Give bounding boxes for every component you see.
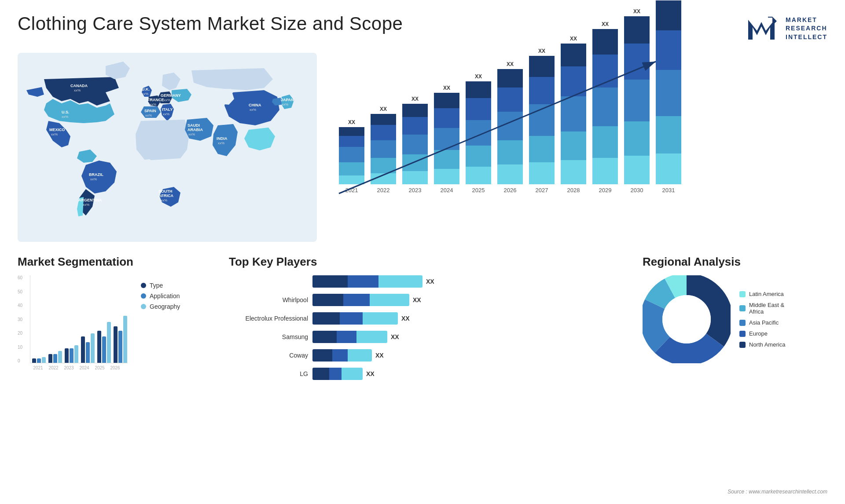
map-label-spain: SPAIN bbox=[144, 109, 156, 113]
players-chart: XX Whirlpool XX Electrolux Professional bbox=[229, 275, 634, 380]
top-content: CANADA xx% U.S. xx% MEXICO xx% BRAZIL xx… bbox=[0, 48, 845, 242]
legend-europe: Europe bbox=[739, 330, 785, 337]
donut-container: Latin America Middle East &Africa Asia P… bbox=[643, 275, 827, 363]
svg-marker-1 bbox=[768, 17, 777, 26]
bar-2030: XX 2030 bbox=[624, 8, 650, 194]
map-pct-us: xx% bbox=[62, 115, 68, 119]
segmentation-title: Market Segmentation bbox=[18, 255, 202, 269]
source-text: Source : www.marketresearchintellect.com bbox=[727, 487, 827, 495]
legend-type: Type bbox=[141, 282, 180, 289]
map-label-mexico: MEXICO bbox=[49, 128, 65, 132]
regional-section: Regional Analysis bbox=[643, 255, 827, 386]
segmentation-section: Market Segmentation 60 50 40 30 20 10 0 bbox=[18, 255, 202, 386]
legend-dot-type bbox=[141, 283, 146, 288]
page-title: Clothing Care System Market Size and Sco… bbox=[18, 13, 403, 34]
player-row-coway: Coway XX bbox=[229, 349, 634, 362]
player-row-electrolux: Electrolux Professional XX bbox=[229, 312, 634, 325]
bar-2027: XX 2027 bbox=[529, 48, 555, 194]
bar-2024: XX 2024 bbox=[434, 85, 459, 194]
player-row-samsung: Samsung XX bbox=[229, 331, 634, 343]
map-label-india: INDIA bbox=[217, 136, 228, 141]
legend-north-america: North America bbox=[739, 341, 785, 348]
map-pct-india: xx% bbox=[218, 141, 224, 145]
key-players-title: Top Key Players bbox=[229, 255, 634, 269]
seg-bar-2023 bbox=[65, 345, 78, 363]
map-label-uk: U.K. bbox=[142, 87, 150, 91]
logo-line1: MARKET bbox=[786, 16, 817, 25]
player-row-whirlpool: Whirlpool XX bbox=[229, 294, 634, 306]
bar-2021: XX 2021 bbox=[339, 119, 364, 194]
logo-line2: RESEARCH bbox=[786, 24, 827, 33]
map-pct-germany: xx% bbox=[164, 98, 170, 102]
seg-bar-2025 bbox=[97, 322, 111, 363]
bars-container: XX 2021 XX bbox=[334, 53, 827, 194]
donut-legend: Latin America Middle East &Africa Asia P… bbox=[739, 291, 785, 348]
seg-bar-2021 bbox=[32, 357, 46, 363]
map-pct-canada: xx% bbox=[74, 88, 81, 92]
map-pct-france: xx% bbox=[150, 102, 156, 106]
bar-2023: XX 2023 bbox=[402, 96, 428, 194]
seg-bar-2024 bbox=[81, 333, 95, 363]
map-pct-china: xx% bbox=[250, 108, 256, 112]
page-header: Clothing Care System Market Size and Sco… bbox=[0, 0, 845, 48]
map-pct-spain: xx% bbox=[145, 113, 152, 117]
seg-bar-2022 bbox=[48, 351, 62, 363]
bar-chart-section: XX 2021 XX bbox=[326, 53, 827, 242]
logo-text: MARKET RESEARCH INTELLECT bbox=[786, 16, 827, 42]
bar-2022: XX 2022 bbox=[371, 106, 396, 194]
map-label-saudi: SAUDI bbox=[187, 123, 200, 128]
seg-legend: Type Application Geography bbox=[136, 282, 180, 314]
legend-application: Application bbox=[141, 292, 180, 299]
player-row-lg: LG XX bbox=[229, 368, 634, 380]
donut-chart bbox=[643, 275, 731, 363]
legend-asia-pacific: Asia Pacific bbox=[739, 319, 785, 326]
bar-2029: XX 2029 bbox=[592, 21, 618, 194]
map-label-france: FRANCE bbox=[147, 98, 164, 102]
logo-line3: INTELLECT bbox=[786, 33, 827, 42]
player-row-1: XX bbox=[229, 275, 634, 288]
map-label-china: CHINA bbox=[249, 103, 261, 107]
svg-point-10 bbox=[662, 295, 711, 343]
map-pct-italy: xx% bbox=[163, 112, 169, 116]
map-pct-brazil: xx% bbox=[90, 177, 97, 181]
legend-dot-geography bbox=[141, 304, 146, 309]
map-label-japan: JAPAN bbox=[281, 98, 294, 102]
bottom-content: Market Segmentation 60 50 40 30 20 10 0 bbox=[0, 246, 845, 386]
map-label-brazil: BRAZIL bbox=[89, 172, 103, 177]
legend-dot-application bbox=[141, 293, 146, 299]
regional-title: Regional Analysis bbox=[643, 255, 827, 269]
map-pct-mexico: xx% bbox=[51, 132, 58, 136]
world-map-section: CANADA xx% U.S. xx% MEXICO xx% BRAZIL xx… bbox=[18, 53, 317, 242]
logo-container: MARKET RESEARCH INTELLECT bbox=[746, 13, 827, 44]
map-label-italy: ITALY bbox=[162, 107, 173, 112]
legend-geography: Geography bbox=[141, 303, 180, 310]
legend-middle-east-africa: Middle East &Africa bbox=[739, 302, 785, 315]
bar-2025: XX 2025 bbox=[466, 73, 491, 194]
map-pct-uk: xx% bbox=[142, 92, 148, 96]
map-label-germany: GERMANY bbox=[161, 93, 181, 98]
map-pct-sa: xx% bbox=[161, 198, 167, 202]
map-label-sa2: AFRICA bbox=[158, 194, 173, 198]
bar-2028: XX 2028 bbox=[561, 36, 586, 194]
map-label-us: U.S. bbox=[62, 110, 70, 114]
logo-icon bbox=[746, 13, 777, 44]
map-pct-japan: xx% bbox=[282, 102, 288, 106]
world-map-svg: CANADA xx% U.S. xx% MEXICO xx% BRAZIL xx… bbox=[18, 53, 317, 242]
bar-2026: XX 2026 bbox=[497, 61, 523, 194]
map-label-saudi2: ARABIA bbox=[187, 128, 203, 132]
map-label-argentina: ARGENTINA bbox=[78, 198, 102, 202]
map-label-canada: CANADA bbox=[70, 84, 88, 88]
map-pct-saudi: xx% bbox=[188, 132, 195, 136]
map-pct-argentina: xx% bbox=[83, 203, 89, 207]
svg-marker-0 bbox=[748, 20, 775, 40]
key-players-section: Top Key Players XX Whirlpool bbox=[211, 255, 634, 386]
legend-latin-america: Latin America bbox=[739, 291, 785, 297]
map-label-sa: SOUTH bbox=[158, 189, 173, 194]
seg-bar-2026 bbox=[114, 316, 127, 363]
bar-2031: XX 2031 bbox=[656, 0, 681, 194]
seg-chart: 60 50 40 30 20 10 0 bbox=[18, 275, 128, 370]
